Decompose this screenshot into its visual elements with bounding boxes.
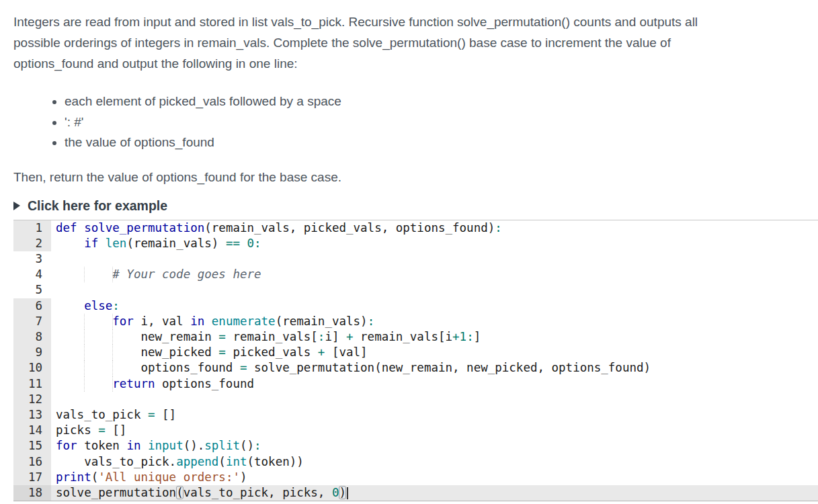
code-token: (remain_vals) xyxy=(276,314,368,328)
example-toggle[interactable]: Click here for example xyxy=(13,198,805,214)
code-token: remain_vals[i xyxy=(354,330,453,343)
line-number: 11 xyxy=(13,376,51,392)
code-token xyxy=(140,439,148,452)
code-line[interactable]: 8 new_remain = remain_vals[:i] + remain_… xyxy=(13,329,818,345)
instruction-paragraph: Integers are read from input and stored … xyxy=(13,11,805,74)
example-toggle-label: Click here for example xyxy=(28,198,167,214)
code-line[interactable]: 14picks = [] xyxy=(13,423,818,438)
code-content[interactable]: print('All unique orders:') xyxy=(51,470,818,485)
code-line[interactable]: 10 options_found = solve_permutation(new… xyxy=(13,360,818,376)
code-token: (). xyxy=(183,439,205,452)
line-number: 7 xyxy=(13,314,51,329)
code-line[interactable]: 3 xyxy=(13,251,818,267)
code-content[interactable]: else: xyxy=(51,298,818,314)
line-number: 12 xyxy=(13,392,51,407)
code-token: : xyxy=(368,314,375,328)
instruction-list: each element of picked_vals followed by … xyxy=(13,91,805,153)
code-content[interactable]: def solve_permutation(remain_vals, picke… xyxy=(51,220,818,236)
code-line[interactable]: 7 for i, val in enumerate(remain_vals): xyxy=(13,314,818,329)
line-number: 15 xyxy=(13,438,51,454)
code-token: (remain_vals, picked_vals, options_found… xyxy=(204,221,495,235)
code-token xyxy=(56,299,84,312)
code-content[interactable]: options_found = solve_permutation(new_re… xyxy=(51,360,818,376)
code-content[interactable]: return options_found xyxy=(51,376,818,392)
code-token: input xyxy=(148,439,183,452)
code-token: vals_to_pick. xyxy=(56,455,176,468)
code-line[interactable]: 4 # Your code goes here xyxy=(13,267,818,282)
code-content[interactable]: vals_to_pick.append(int(token)) xyxy=(51,454,818,470)
code-token: append xyxy=(176,455,218,468)
code-token: 0 xyxy=(332,486,339,499)
indent-guide xyxy=(112,314,113,329)
code-line[interactable]: 2 if len(remain_vals) == 0: xyxy=(13,236,818,251)
code-token: options_found xyxy=(155,377,255,390)
line-number: 6 xyxy=(13,298,51,314)
code-token: if xyxy=(84,237,98,250)
code-line[interactable]: 9 new_picked = picked_vals + [val] xyxy=(13,345,818,360)
code-line[interactable]: 13vals_to_pick = [] xyxy=(13,407,818,423)
code-token: i] xyxy=(325,330,346,343)
code-token: options_found xyxy=(56,361,240,374)
code-token: : xyxy=(466,330,474,343)
code-content[interactable]: solve_permutation(vals_to_pick, picks, 0… xyxy=(51,485,818,501)
code-content[interactable]: new_picked = picked_vals + [val] xyxy=(51,345,818,360)
code-line[interactable]: 18solve_permutation(vals_to_pick, picks,… xyxy=(13,485,818,501)
code-token: return xyxy=(112,377,155,390)
indent-guide xyxy=(84,360,85,376)
indent-guide xyxy=(84,329,85,345)
code-content[interactable] xyxy=(51,282,818,298)
list-item: ': #' xyxy=(65,112,805,133)
matched-bracket: ( xyxy=(176,486,183,499)
code-token: # Your code goes here xyxy=(112,267,261,281)
code-line[interactable]: 17print('All unique orders:') xyxy=(13,470,818,485)
line-number: 9 xyxy=(13,345,51,360)
code-token: vals_to_pick, picks, xyxy=(183,486,332,499)
code-editor[interactable]: 1def solve_permutation(remain_vals, pick… xyxy=(13,220,818,502)
code-token: + xyxy=(346,330,354,343)
list-item: each element of picked_vals followed by … xyxy=(65,91,805,112)
code-token: ] xyxy=(474,330,481,343)
indent-guide xyxy=(84,314,85,329)
line-number: 4 xyxy=(13,267,51,282)
code-token xyxy=(204,314,212,328)
code-content[interactable] xyxy=(51,251,818,267)
code-token: for xyxy=(112,314,134,328)
code-token: : xyxy=(254,439,261,452)
code-content[interactable]: for token in input().split(): xyxy=(51,438,818,454)
line-number: 18 xyxy=(13,485,51,501)
code-token: [] xyxy=(155,408,177,421)
code-token: + xyxy=(452,330,460,343)
code-content[interactable]: picks = [] xyxy=(51,423,818,438)
text-cursor xyxy=(347,487,348,499)
code-token: in xyxy=(190,314,204,328)
code-line[interactable]: 1def solve_permutation(remain_vals, pick… xyxy=(13,220,818,236)
line-number: 16 xyxy=(13,454,51,470)
code-line[interactable]: 16 vals_to_pick.append(int(token)) xyxy=(13,454,818,470)
code-token: == xyxy=(226,237,240,250)
code-line[interactable]: 11 return options_found xyxy=(13,376,818,392)
code-content[interactable]: # Your code goes here xyxy=(51,267,818,282)
code-token: : xyxy=(254,237,261,250)
code-token: () xyxy=(240,439,254,452)
line-number: 1 xyxy=(13,220,51,236)
code-line[interactable]: 5 xyxy=(13,282,818,298)
code-line[interactable]: 15for token in input().split(): xyxy=(13,438,818,454)
play-triangle-icon xyxy=(13,202,20,210)
code-content[interactable]: vals_to_pick = [] xyxy=(51,407,818,423)
code-content[interactable]: for i, val in enumerate(remain_vals): xyxy=(51,314,818,329)
code-token: + xyxy=(318,345,325,359)
code-token: else xyxy=(84,299,112,312)
code-token: for xyxy=(56,439,77,452)
line-number: 2 xyxy=(13,236,51,251)
code-content[interactable]: new_remain = remain_vals[:i] + remain_va… xyxy=(51,329,818,345)
code-content[interactable] xyxy=(51,392,818,407)
code-content[interactable]: if len(remain_vals) == 0: xyxy=(51,236,818,251)
code-token: ( xyxy=(91,470,99,484)
code-token: ( xyxy=(218,455,226,468)
code-token: def xyxy=(56,221,77,235)
code-line[interactable]: 12 xyxy=(13,392,818,407)
indent-guide xyxy=(112,360,113,376)
code-token: picks xyxy=(56,423,98,437)
code-line[interactable]: 6 else: xyxy=(13,298,818,314)
code-token: 'All unique orders:' xyxy=(98,470,240,484)
